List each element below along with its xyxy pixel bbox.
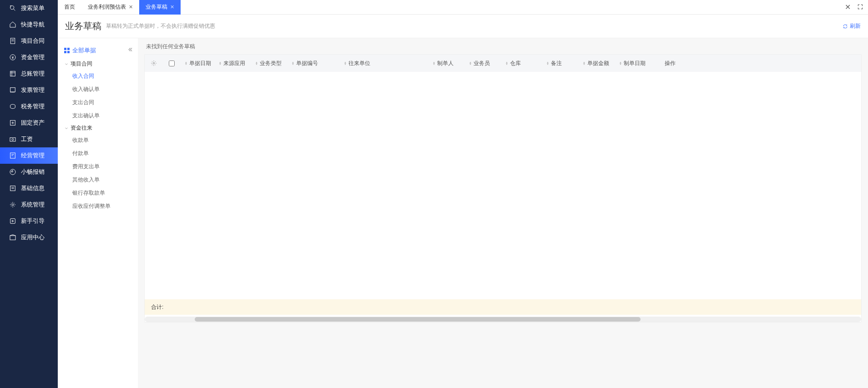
footer-total-label: 合计: bbox=[151, 303, 163, 311]
sidebar-label: 发票管理 bbox=[21, 86, 45, 94]
col-biz-type[interactable]: 业务类型 bbox=[252, 55, 288, 72]
subnav-item-income-contract[interactable]: 收入合同 bbox=[58, 70, 138, 83]
close-all-icon[interactable]: ✕ bbox=[843, 3, 852, 11]
subnav-item-payment[interactable]: 付款单 bbox=[58, 147, 138, 160]
tab-label: 业务利润预估表 bbox=[88, 3, 126, 11]
horizontal-scrollbar[interactable] bbox=[145, 317, 861, 322]
subnav-header-label: 全部单据 bbox=[72, 46, 96, 55]
sort-icon bbox=[255, 61, 258, 65]
col-doc-no[interactable]: 单据编号 bbox=[288, 55, 340, 72]
sidebar-item-guide[interactable]: 新手引导 bbox=[0, 213, 58, 229]
ledger-icon bbox=[9, 70, 16, 77]
col-date[interactable]: 单据日期 bbox=[181, 55, 215, 72]
sidebar-item-apps[interactable]: 应用中心 bbox=[0, 229, 58, 246]
tab-profit-estimate[interactable]: 业务利润预估表 ✕ bbox=[81, 0, 139, 15]
subnav-panel: 全部单据 项目合同 收入合同 收入确认单 支出合同 支出确认单 资金往来 收款单… bbox=[58, 38, 138, 388]
tax-icon bbox=[9, 103, 16, 110]
close-icon[interactable]: ✕ bbox=[170, 4, 174, 10]
subnav-group-label: 项目合同 bbox=[71, 60, 92, 68]
sidebar-item-business[interactable]: 经营管理 bbox=[0, 147, 58, 164]
data-table: 单据日期 来源应用 业务类型 单据编号 往来单位 制单人 业务员 仓库 备注 单… bbox=[144, 54, 862, 322]
top-actions: ✕ bbox=[843, 3, 864, 11]
sidebar-label: 税务管理 bbox=[21, 102, 45, 111]
svg-rect-12 bbox=[10, 219, 15, 224]
sidebar-label: 小畅报销 bbox=[21, 168, 45, 176]
money-icon bbox=[9, 54, 16, 61]
col-warehouse[interactable]: 仓库 bbox=[502, 55, 543, 72]
sidebar-item-search[interactable]: 搜索菜单 bbox=[0, 0, 58, 16]
sidebar-label: 资金管理 bbox=[21, 53, 45, 61]
sidebar-item-funds[interactable]: 资金管理 bbox=[0, 49, 58, 66]
sort-icon bbox=[219, 61, 222, 65]
col-remark[interactable]: 备注 bbox=[543, 55, 579, 72]
gear-icon bbox=[9, 201, 16, 208]
tab-draft[interactable]: 业务草稿 ✕ bbox=[139, 0, 181, 15]
col-make-date[interactable]: 制单日期 bbox=[616, 55, 652, 72]
subnav-item-income-confirm[interactable]: 收入确认单 bbox=[58, 83, 138, 96]
subnav-item-bank-transfer[interactable]: 银行存取款单 bbox=[58, 186, 138, 200]
sidebar-item-wage[interactable]: 工资 bbox=[0, 131, 58, 147]
subnav-item-expense-contract[interactable]: 支出合同 bbox=[58, 96, 138, 109]
subnav-item-expense-confirm[interactable]: 支出确认单 bbox=[58, 109, 138, 122]
invoice-icon bbox=[9, 86, 16, 94]
biz-icon bbox=[9, 152, 16, 159]
svg-point-7 bbox=[12, 139, 14, 141]
fullscreen-icon[interactable] bbox=[856, 3, 864, 11]
sidebar-label: 新手引导 bbox=[21, 217, 45, 225]
sort-icon bbox=[292, 61, 294, 65]
collapse-panel-icon[interactable] bbox=[126, 45, 134, 54]
subnav-item-ar-ap-adjust[interactable]: 应收应付调整单 bbox=[58, 200, 138, 213]
sidebar-item-system[interactable]: 系统管理 bbox=[0, 197, 58, 213]
wage-icon bbox=[9, 136, 16, 143]
sidebar-item-ledger[interactable]: 总账管理 bbox=[0, 66, 58, 82]
sort-icon bbox=[619, 61, 622, 65]
sidebar-item-tax[interactable]: 税务管理 bbox=[0, 98, 58, 115]
svg-rect-4 bbox=[10, 88, 15, 92]
asset-icon bbox=[9, 119, 16, 126]
sidebar: 搜索菜单 快捷导航 项目合同 资金管理 总账管理 发票管理 税务管理 固定资产 … bbox=[0, 0, 58, 388]
sidebar-item-baseinfo[interactable]: 基础信息 bbox=[0, 180, 58, 197]
tab-home[interactable]: 首页 bbox=[58, 0, 81, 15]
chevron-down-icon bbox=[64, 62, 69, 66]
sidebar-item-invoice[interactable]: 发票管理 bbox=[0, 82, 58, 98]
close-icon[interactable]: ✕ bbox=[129, 4, 133, 10]
sidebar-label: 总账管理 bbox=[21, 70, 45, 78]
sidebar-item-reimburse[interactable]: 小畅报销 bbox=[0, 164, 58, 180]
scrollbar-thumb[interactable] bbox=[195, 317, 641, 322]
subnav-group-funds[interactable]: 资金往来 bbox=[58, 122, 138, 134]
home-icon bbox=[9, 21, 16, 28]
checkbox[interactable] bbox=[169, 60, 175, 66]
sidebar-item-contract[interactable]: 项目合同 bbox=[0, 33, 58, 49]
sidebar-label: 基础信息 bbox=[21, 184, 45, 192]
subnav-item-other-income[interactable]: 其他收入单 bbox=[58, 173, 138, 186]
sort-icon bbox=[433, 61, 435, 65]
sidebar-label: 应用中心 bbox=[21, 233, 45, 242]
select-all-checkbox[interactable] bbox=[163, 55, 181, 72]
refresh-button[interactable]: 刷新 bbox=[843, 22, 861, 30]
sidebar-item-quicknav[interactable]: 快捷导航 bbox=[0, 16, 58, 33]
col-amount[interactable]: 单据金额 bbox=[579, 55, 616, 72]
table-header: 单据日期 来源应用 业务类型 单据编号 往来单位 制单人 业务员 仓库 备注 单… bbox=[145, 55, 861, 72]
subnav-group-label: 资金往来 bbox=[71, 124, 92, 132]
sidebar-label: 搜索菜单 bbox=[21, 4, 45, 12]
sort-icon bbox=[185, 61, 187, 65]
subnav-header[interactable]: 全部单据 bbox=[58, 43, 138, 58]
sort-icon bbox=[505, 61, 508, 65]
svg-rect-6 bbox=[10, 138, 15, 141]
svg-rect-10 bbox=[10, 186, 15, 191]
col-maker[interactable]: 制单人 bbox=[429, 55, 465, 72]
col-sales[interactable]: 业务员 bbox=[465, 55, 502, 72]
svg-point-0 bbox=[10, 6, 14, 10]
sort-icon bbox=[583, 61, 585, 65]
base-icon bbox=[9, 185, 16, 192]
subnav-item-expense-voucher[interactable]: 费用支出单 bbox=[58, 160, 138, 173]
subnav-item-receipt[interactable]: 收款单 bbox=[58, 134, 138, 147]
sidebar-label: 快捷导航 bbox=[21, 20, 45, 29]
search-icon bbox=[9, 5, 16, 12]
col-party[interactable]: 往来单位 bbox=[340, 55, 429, 72]
col-source-app[interactable]: 来源应用 bbox=[215, 55, 252, 72]
subnav-group-project-contract[interactable]: 项目合同 bbox=[58, 58, 138, 70]
sort-icon bbox=[344, 61, 347, 65]
column-settings-button[interactable] bbox=[145, 55, 163, 72]
sidebar-item-asset[interactable]: 固定资产 bbox=[0, 115, 58, 131]
